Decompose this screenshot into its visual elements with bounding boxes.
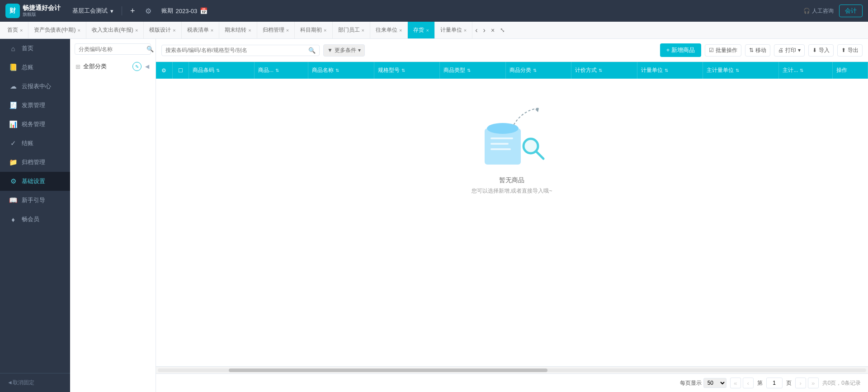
sidebar-item-settings[interactable]: ⚙ 基础设置 <box>0 172 70 191</box>
tab-unit-close[interactable]: × <box>464 28 467 33</box>
data-table[interactable]: ⚙ ☐ 商品条码⇅ 商品...⇅ 商品名称⇅ 规格型号⇅ 商品类型⇅ 商品分类⇅… <box>156 62 868 366</box>
col-unit[interactable]: 计量单位⇅ <box>637 62 703 79</box>
tab-income-expense[interactable]: 收入支出表(年报) × <box>86 22 144 39</box>
tab-customers-close[interactable]: × <box>399 28 402 33</box>
tab-subject-init[interactable]: 科目期初 × <box>295 22 332 39</box>
move-button[interactable]: ⇅ 移动 <box>745 44 770 57</box>
tab-tax-list-close[interactable]: × <box>211 28 213 33</box>
all-categories-header[interactable]: ⊞ 全部分类 ✎ ◀ <box>70 58 156 75</box>
scroll-track[interactable] <box>158 368 866 372</box>
sidebar-item-member[interactable]: ♦ 畅会员 <box>0 210 70 229</box>
tab-home-label: 首页 <box>7 26 18 34</box>
tab-archive-close[interactable]: × <box>286 28 289 33</box>
add-product-button[interactable]: + 新增商品 <box>660 43 701 57</box>
first-page-button[interactable]: « <box>730 378 741 388</box>
col-type[interactable]: 商品类型⇅ <box>440 62 506 79</box>
sidebar-item-archive[interactable]: 📁 归档管理 <box>0 153 70 172</box>
sidebar-item-guide[interactable]: 📖 新手引导 <box>0 191 70 210</box>
tab-home[interactable]: 首页 × <box>2 22 28 39</box>
tab-customers[interactable]: 往来单位 × <box>370 22 408 39</box>
export-button[interactable]: ⬆ 导出 <box>837 44 863 57</box>
sidebar: ⌂ 首页 📒 总账 ☁ 云报表中心 🧾 发票管理 📊 税务管理 ✓ 结账 📁 归… <box>0 39 70 392</box>
page-size-selector[interactable]: 每页显示 10 20 50 100 <box>680 378 726 388</box>
tab-template-close[interactable]: × <box>173 28 175 33</box>
tab-home-close[interactable]: × <box>20 28 23 33</box>
col-main-count[interactable]: 主计...⇅ <box>779 62 833 79</box>
ledger-icon: 📒 <box>9 63 17 71</box>
unpin-label: ◄取消固定 <box>7 379 34 387</box>
page-word: 第 <box>757 379 763 387</box>
col-pricing[interactable]: 计价方式⇅ <box>571 62 637 79</box>
prev-page-button[interactable]: ‹ <box>743 378 754 388</box>
col-main-unit[interactable]: 主计量单位⇅ <box>703 62 779 79</box>
main-search-box[interactable]: 🔍 <box>161 45 320 56</box>
main-search-icon[interactable]: 🔍 <box>308 47 316 54</box>
main-search-input[interactable] <box>165 47 306 53</box>
tab-template[interactable]: 模版设计 × <box>144 22 181 39</box>
sidebar-item-cloud[interactable]: ☁ 云报表中心 <box>0 77 70 96</box>
total-info: 共0页，0条记录 <box>822 379 861 387</box>
calendar-icon[interactable]: 📅 <box>200 7 208 14</box>
category-search-box[interactable]: 🔍 <box>75 43 151 55</box>
tab-period-end[interactable]: 期末结转 × <box>219 22 257 39</box>
tab-balance-sheet-close[interactable]: × <box>77 28 80 33</box>
tab-dept-staff-close[interactable]: × <box>362 28 364 33</box>
consulting-button[interactable]: 🎧 人工咨询 <box>803 7 834 15</box>
tab-archive[interactable]: 归档管理 × <box>257 22 295 39</box>
per-page-select[interactable]: 10 20 50 100 <box>703 378 726 388</box>
scroll-thumb[interactable] <box>229 368 547 372</box>
tab-income-expense-label: 收入支出表(年报) <box>92 26 133 34</box>
sort-spec-icon: ⇅ <box>401 68 405 73</box>
tab-inventory[interactable]: 存货 × <box>408 22 434 39</box>
sidebar-item-invoice[interactable]: 🧾 发票管理 <box>0 96 70 115</box>
tab-subject-init-close[interactable]: × <box>324 28 326 33</box>
print-button[interactable]: 🖨 打印 ▾ <box>774 44 805 57</box>
category-search-icon[interactable]: 🔍 <box>146 46 154 52</box>
col-barcode[interactable]: 商品条码⇅ <box>189 62 255 79</box>
next-page-button[interactable]: › <box>795 378 806 388</box>
col-spec[interactable]: 规格型号⇅ <box>374 62 440 79</box>
tab-next-button[interactable]: › <box>481 26 488 34</box>
account-button[interactable]: 会计 <box>839 5 863 17</box>
col-category[interactable]: 商品分类⇅ <box>505 62 571 79</box>
unpin-button[interactable]: ◄取消固定 <box>7 379 63 387</box>
tab-income-expense-close[interactable]: × <box>135 28 138 33</box>
category-search-input[interactable] <box>79 46 146 52</box>
tab-period-end-close[interactable]: × <box>248 28 251 33</box>
sidebar-invoice-label: 发票管理 <box>22 101 45 109</box>
tab-balance-sheet[interactable]: 资产负债表(中期) × <box>28 22 86 39</box>
tab-prev-button[interactable]: ‹ <box>472 26 480 34</box>
sidebar-item-tax[interactable]: 📊 税务管理 <box>0 115 70 134</box>
product-table: ⚙ ☐ 商品条码⇅ 商品...⇅ 商品名称⇅ 规格型号⇅ 商品类型⇅ 商品分类⇅… <box>156 62 868 222</box>
col-code[interactable]: 商品...⇅ <box>255 62 308 79</box>
tab-unit[interactable]: 计量单位 × <box>435 22 472 39</box>
import-label: 导入 <box>819 47 830 54</box>
move-icon: ⇅ <box>749 47 754 53</box>
current-page-input[interactable] <box>766 378 783 388</box>
batch-operation-button[interactable]: ☑ 批量操作 <box>705 44 741 57</box>
col-name[interactable]: 商品名称⇅ <box>308 62 374 79</box>
tab-tax-list[interactable]: 税表清单 × <box>182 22 219 39</box>
col-checkbox[interactable]: ☐ <box>172 62 189 79</box>
sidebar-item-close[interactable]: ✓ 结账 <box>0 134 70 153</box>
app-edition: 旗舰版 <box>23 11 61 18</box>
col-settings[interactable]: ⚙ <box>156 62 172 79</box>
last-page-button[interactable]: » <box>808 378 819 388</box>
sidebar-item-home[interactable]: ⌂ 首页 <box>0 39 70 58</box>
tab-expand-button[interactable]: ⤡ <box>497 27 508 33</box>
header-settings-button[interactable]: ⚙ <box>143 5 153 17</box>
tab-tax-list-label: 税表清单 <box>187 26 209 34</box>
company-selector[interactable]: 基层工会测试 ▾ <box>69 5 117 17</box>
tab-inventory-close[interactable]: × <box>426 28 429 33</box>
collapse-panel-button[interactable]: ◀ <box>144 62 150 71</box>
add-tab-button[interactable]: + <box>127 5 139 18</box>
page-navigation: « ‹ 第 页 › » <box>730 378 819 388</box>
sidebar-item-ledger[interactable]: 📒 总账 <box>0 58 70 77</box>
more-filter-button[interactable]: ▼ 更多条件 ▾ <box>323 44 365 57</box>
horizontal-scrollbar[interactable] <box>156 366 868 373</box>
tab-dept-staff[interactable]: 部门员工 × <box>333 22 370 39</box>
import-button[interactable]: ⬇ 导入 <box>808 44 834 57</box>
tab-bar: 首页 × 资产负债表(中期) × 收入支出表(年报) × 模版设计 × 税表清单… <box>0 22 868 39</box>
edit-category-button[interactable]: ✎ <box>132 62 142 71</box>
tab-close-all-button[interactable]: × <box>488 27 497 34</box>
